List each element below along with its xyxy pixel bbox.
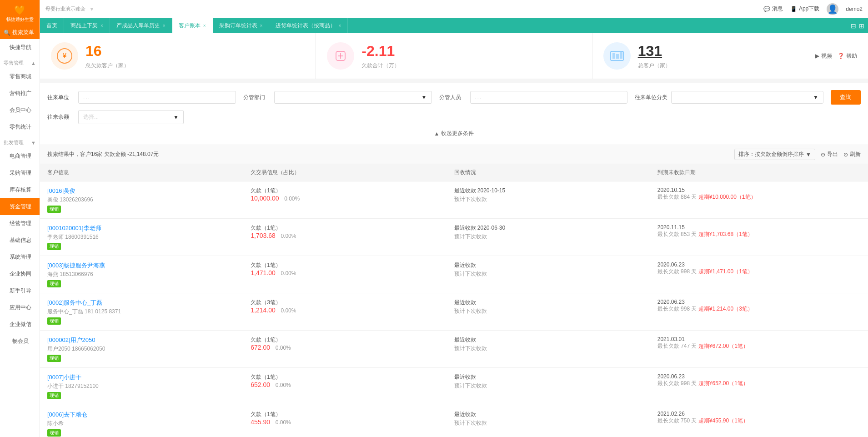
overdue-link[interactable]: 超期¥652.00（1笔）: [698, 380, 748, 387]
tab-product-listing[interactable]: 商品上下架 ×: [64, 18, 110, 33]
overdue-link[interactable]: 超期¥672.00（1笔）: [698, 343, 748, 349]
overdue-link[interactable]: 超期¥455.90（1笔）: [698, 417, 748, 424]
sidebar-item-system[interactable]: 系统管理: [0, 249, 40, 266]
filter-input-person[interactable]: ...: [470, 91, 628, 104]
table-row: [000002]用户2050 用户2050 18665062050 现销 欠款（…: [40, 331, 868, 368]
filter-select-dept[interactable]: ▼: [274, 91, 432, 104]
close-tab-icon[interactable]: ×: [203, 23, 206, 28]
sidebar-item-ecommerce[interactable]: 电商管理: [0, 148, 40, 165]
chevron-down-icon: ▼: [421, 94, 427, 100]
video-btn[interactable]: ▶ 视频: [815, 52, 832, 60]
owe-label: 欠款（3笔）: [251, 299, 454, 306]
owe-label: 欠款（1笔）: [251, 187, 454, 195]
close-tab-icon[interactable]: ×: [260, 23, 263, 28]
overdue-link[interactable]: 超期¥1,471.00（1笔）: [698, 268, 753, 275]
due-date: 2021.02.26: [657, 411, 861, 417]
customer-tag: 现销: [47, 206, 61, 213]
customer-name-link[interactable]: [0002]服务中心_丁磊: [47, 299, 251, 307]
close-tab-icon[interactable]: ×: [100, 23, 103, 28]
payback-cell: 最近收款 预计下次收款: [454, 336, 657, 352]
sidebar-item-member-plus[interactable]: 畅会员: [0, 333, 40, 350]
sidebar-item-enterprise-wechat[interactable]: 企业微信: [0, 316, 40, 333]
overdue-link[interactable]: 超期¥1,214.00（3笔）: [698, 306, 753, 312]
svg-rect-4: [612, 53, 615, 59]
tab-home[interactable]: 首页: [40, 18, 64, 33]
sidebar-item-quick-nav[interactable]: 快捷导航: [0, 39, 40, 56]
filter-select-balance[interactable]: 选择... ▼: [78, 110, 184, 124]
message-btn[interactable]: 💬 消息: [763, 5, 783, 13]
filter-input-unit[interactable]: ...: [78, 91, 236, 104]
user-avatar[interactable]: 👤: [827, 3, 838, 15]
sidebar-item-retail-mall[interactable]: 零售商城: [0, 68, 40, 85]
overdue-link[interactable]: 超期¥1,703.68（1笔）: [698, 231, 753, 237]
export-btn[interactable]: ⊙ 导出: [821, 151, 838, 158]
sidebar-item-retail-manage[interactable]: 零售管理 ▲: [0, 56, 40, 68]
sidebar-item-retail-stats[interactable]: 零售统计: [0, 119, 40, 136]
app-download-btn[interactable]: 📱 App下载: [790, 5, 819, 13]
help-btn[interactable]: ❓ 帮助: [838, 52, 857, 60]
filter-label-unit-category: 往来单位分类: [635, 94, 667, 101]
customer-name-link[interactable]: [0007]小进干: [47, 373, 251, 382]
filter-label-balance: 往来余额: [47, 113, 75, 121]
result-summary: 搜索结果中，客户16家 欠款金额 -21,148.07元: [47, 151, 159, 158]
customer-name-link[interactable]: [0016]吴俊: [47, 187, 251, 195]
sidebar-item-newbie[interactable]: 新手引导: [0, 282, 40, 299]
sort-chevron-icon: ▼: [806, 151, 811, 158]
next-collect: 预计下次收款: [454, 345, 657, 352]
owe-info-cell: 欠款（1笔） 1,703.68 0.00%: [251, 224, 454, 239]
tab-customer-ledger[interactable]: 客户账本 ×: [172, 18, 213, 33]
owe-ratio: 0.00%: [284, 196, 300, 202]
sidebar-item-basic-info[interactable]: 基础信息: [0, 232, 40, 249]
tab-purchase-order-stats[interactable]: 采购订单统计表 ×: [213, 18, 270, 33]
due-date-cell: 2021.02.26 最长欠款 750 天 超期¥455.90（1笔）: [657, 411, 861, 425]
filter-select-unit-category[interactable]: ▼: [671, 91, 823, 104]
filter-label-person: 分管人员: [439, 94, 467, 101]
owe-ratio: 0.00%: [281, 270, 296, 276]
sidebar-item-finance[interactable]: 资金管理: [0, 198, 40, 215]
tab-minimize-icon[interactable]: ⊟: [851, 22, 856, 30]
app-logo: 🧡 畅捷通好生意: [0, 0, 40, 26]
sidebar-item-operations[interactable]: 经营管理: [0, 215, 40, 232]
owe-amount[interactable]: 10,000.00: [251, 195, 279, 202]
tab-production-history[interactable]: 产成品入库单历史 ×: [110, 18, 172, 33]
customer-name-link[interactable]: [0001020001]李老师: [47, 224, 251, 232]
result-bar-right: 排序：按欠款金额倒序排序 ▼ ⊙ 导出 ⊙ 刷新: [734, 149, 861, 160]
customer-name-link[interactable]: [000002]用户2050: [47, 336, 251, 344]
close-tab-icon[interactable]: ×: [338, 23, 341, 28]
customer-table: 客户信息 欠交易信息（占比） 回收情况 到期未收款日期 [0016]吴俊 吴俊 …: [40, 164, 868, 437]
customer-name-link[interactable]: [0003]畅捷服务尹海燕: [47, 261, 251, 270]
owe-label: 欠款（1笔）: [251, 336, 454, 344]
sort-select[interactable]: 排序：按欠款金额倒序排序 ▼: [734, 149, 815, 160]
owe-amount[interactable]: 455.90: [251, 418, 270, 426]
sidebar-item-marketing[interactable]: 营销推广: [0, 85, 40, 102]
main-area: 母婴行业演示账套 ▼ 💬 消息 📱 App下载 👤 demo2 首页 商品上下架…: [40, 0, 868, 437]
customer-tag: 现销: [47, 280, 61, 287]
owe-amount[interactable]: 652.00: [251, 381, 270, 388]
sidebar-item-wholesale[interactable]: 批发管理 ▼: [0, 136, 40, 148]
tab-incoming-stats[interactable]: 进货单统计表（按商品） ×: [269, 18, 348, 33]
owe-amount[interactable]: 1,703.68: [251, 232, 276, 239]
next-collect: 预计下次收款: [454, 233, 657, 241]
sidebar-item-search[interactable]: 🔍 搜索菜单: [0, 26, 40, 39]
overdue-link[interactable]: 超期¥10,000.00（1笔）: [698, 194, 756, 200]
tab-expand-icon[interactable]: ⊞: [859, 22, 864, 30]
owe-amount[interactable]: 672.00: [251, 344, 270, 351]
table-row: [0003]畅捷服务尹海燕 海燕 18513066976 现销 欠款（1笔） 1…: [40, 256, 868, 293]
close-tab-icon[interactable]: ×: [163, 23, 166, 28]
sidebar-item-enterprise-collab[interactable]: 企业协同: [0, 266, 40, 282]
sidebar-item-member[interactable]: 会员中心: [0, 102, 40, 119]
filter-item-unit: 往来单位 ...: [47, 91, 236, 104]
table-row: [0006]去下粮仓 陈小希 现销 欠款（1笔） 455.90 0.00% 最近…: [40, 405, 868, 437]
refresh-btn[interactable]: ⊙ 刷新: [843, 151, 861, 158]
sidebar-item-purchase[interactable]: 采购管理: [0, 165, 40, 181]
customer-name-link[interactable]: [0006]去下粮仓: [47, 411, 251, 419]
customer-info-cell: [0016]吴俊 吴俊 13026203696 现销: [47, 187, 251, 213]
sidebar-item-app-center[interactable]: 应用中心: [0, 299, 40, 316]
owe-ratio: 0.00%: [281, 307, 296, 314]
collapse-btn[interactable]: ▲ 收起更多条件: [434, 130, 474, 137]
stat-card-total-customers: 131 总客户（家） ▶ 视频 ❓ 帮助: [592, 33, 868, 79]
search-button[interactable]: 查询: [831, 90, 861, 105]
owe-amount[interactable]: 1,214.00: [251, 306, 276, 314]
sidebar-item-inventory[interactable]: 库存核算: [0, 181, 40, 198]
owe-amount[interactable]: 1,471.00: [251, 269, 276, 276]
